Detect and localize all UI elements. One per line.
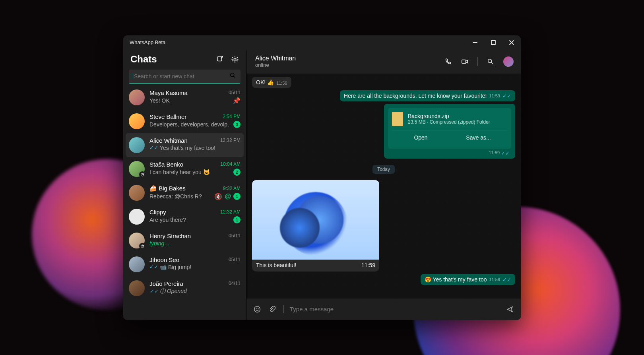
chat-time: 12:32 AM — [220, 209, 241, 215]
emoji-button[interactable] — [253, 305, 262, 314]
message-time: 11:59 — [361, 262, 375, 268]
chat-preview: ✓✓ ⓘ Opened — [149, 288, 187, 295]
chat-item[interactable]: ◔Henry Strachan05/11typing… — [123, 229, 246, 252]
chat-name: Staša Benko — [149, 161, 183, 168]
conversation-name: Alice Whitman — [255, 55, 296, 62]
read-ticks-icon: ✓✓ — [149, 145, 158, 151]
unread-badge: 1 — [233, 193, 241, 200]
chat-name: Henry Strachan — [149, 233, 191, 239]
mention-icon: @ — [225, 193, 231, 200]
sidebar-title: Chats — [130, 54, 157, 65]
caret-icon — [133, 73, 133, 80]
caret-icon — [283, 305, 283, 313]
chat-preview: I can barely hear you 🐱 — [149, 169, 210, 175]
unread-badge: 1 — [233, 216, 241, 223]
message-image — [252, 180, 379, 260]
app-window: WhatsApp Beta Chats — [123, 35, 521, 320]
voice-call-button[interactable] — [444, 58, 452, 66]
chat-time: 10:04 AM — [220, 161, 241, 167]
chat-preview: Yes! OK — [149, 97, 170, 104]
contact-avatar[interactable] — [503, 56, 514, 67]
unread-badge: 2 — [233, 169, 241, 176]
chat-item[interactable]: 🍰 Big Bakes9:32 AMRebecca: @Chris R?🔇@1 — [123, 181, 246, 205]
chat-avatar — [129, 209, 145, 225]
maximize-button[interactable] — [484, 35, 502, 50]
conversation-pane: Alice Whitman online OK! 👍11:59Here are … — [246, 50, 521, 320]
svg-line-10 — [234, 76, 235, 78]
unread-badge: 3 — [233, 121, 241, 128]
message-time: 11:59 — [489, 150, 500, 156]
read-ticks-icon: ✓✓ — [149, 288, 158, 294]
chat-avatar — [129, 185, 145, 201]
file-message: Backgrounds.zip23.5 MB · Compressed (zip… — [384, 104, 515, 159]
file-open-button[interactable]: Open — [392, 130, 450, 145]
message-time: 11:59 — [489, 277, 500, 282]
chat-item[interactable]: Jihoon Seo05/11✓✓ 📹 Big jump! — [123, 252, 246, 276]
minimize-button[interactable] — [466, 35, 484, 50]
chat-name: Jihoon Seo — [149, 256, 179, 263]
read-ticks-icon: ✓✓ — [502, 93, 511, 99]
compose-bar — [246, 299, 521, 320]
close-button[interactable] — [502, 35, 521, 50]
attach-button[interactable] — [268, 305, 277, 314]
outgoing-message: 😍 Yes that's my fave too11:59✓✓ — [421, 274, 515, 285]
search-input-wrapper[interactable] — [129, 70, 241, 84]
conversation-status: online — [255, 62, 296, 68]
window-controls — [466, 35, 521, 50]
chat-item[interactable]: ◔Staša Benko10:04 AMI can barely hear yo… — [123, 157, 246, 181]
chat-name: João Pereira — [149, 280, 183, 287]
chat-preview: Rebecca: @Chris R? — [149, 193, 202, 200]
chat-item[interactable]: Clippy12:32 AMAre you there?1 — [123, 205, 246, 229]
file-save-button[interactable]: Save as... — [450, 130, 507, 145]
chat-time: 04/11 — [229, 281, 241, 286]
chat-list[interactable]: Maya Kasuma05/11Yes! OK📌Steve Ballmer2:5… — [123, 85, 246, 320]
chat-item[interactable]: Alice Whitman12:32 PM✓✓ Yes that's my fa… — [126, 133, 244, 157]
chat-time: 9:32 AM — [223, 186, 241, 191]
chat-avatar — [129, 113, 145, 129]
message-text: 😍 Yes that's my fave too — [425, 276, 487, 283]
chat-time: 05/11 — [229, 233, 241, 239]
file-name: Backgrounds.zip — [408, 113, 490, 119]
video-call-button[interactable] — [461, 58, 469, 66]
send-button[interactable] — [506, 305, 514, 314]
chat-preview: Are you there? — [149, 217, 186, 223]
message-text: Here are all the backgrounds. Let me kno… — [344, 93, 487, 99]
search-input[interactable] — [134, 73, 229, 80]
message-list[interactable]: OK! 👍11:59Here are all the backgrounds. … — [246, 74, 521, 299]
muted-icon: 🔇 — [214, 193, 222, 200]
title-bar: WhatsApp Beta — [123, 35, 521, 50]
chat-avatar: ◔ — [129, 161, 145, 177]
read-ticks-icon: ✓✓ — [149, 264, 158, 270]
image-caption: This is beautiful! — [256, 262, 296, 268]
svg-point-16 — [258, 308, 258, 308]
svg-point-8 — [234, 58, 236, 60]
chat-avatar — [129, 137, 145, 153]
chat-item[interactable]: Steve Ballmer2:54 PMDevelopers, develope… — [123, 109, 246, 133]
read-ticks-icon: ✓✓ — [502, 277, 511, 283]
svg-rect-11 — [462, 60, 466, 63]
conversation-search-button[interactable] — [487, 58, 495, 66]
message-input[interactable] — [290, 306, 499, 312]
svg-line-13 — [491, 62, 493, 64]
chat-name: Clippy — [149, 209, 166, 215]
chat-avatar — [129, 256, 145, 272]
settings-button[interactable] — [231, 55, 239, 63]
chat-item[interactable]: João Pereira04/11✓✓ ⓘ Opened — [123, 276, 246, 300]
incoming-message: OK! 👍11:59 — [252, 77, 291, 88]
file-icon — [392, 112, 403, 126]
chat-item[interactable]: Maya Kasuma05/11Yes! OK📌 — [123, 85, 246, 109]
chat-name: Steve Ballmer — [149, 113, 186, 120]
chat-preview: ✓✓ 📹 Big jump! — [149, 264, 191, 270]
chat-time: 2:54 PM — [223, 114, 241, 119]
chat-name: 🍰 Big Bakes — [149, 185, 186, 192]
chat-name: Alice Whitman — [149, 137, 188, 144]
new-chat-button[interactable] — [216, 55, 224, 63]
status-badge-icon: ◔ — [139, 243, 145, 249]
image-message[interactable]: This is beautiful!11:59 — [252, 180, 379, 272]
window-title: WhatsApp Beta — [130, 39, 165, 45]
message-time: 11:59 — [276, 81, 287, 85]
file-meta: 23.5 MB · Compressed (zipped) Folder — [408, 119, 490, 125]
chat-avatar — [129, 280, 145, 296]
chat-preview: typing… — [149, 240, 170, 246]
chat-avatar: ◔ — [129, 233, 145, 248]
